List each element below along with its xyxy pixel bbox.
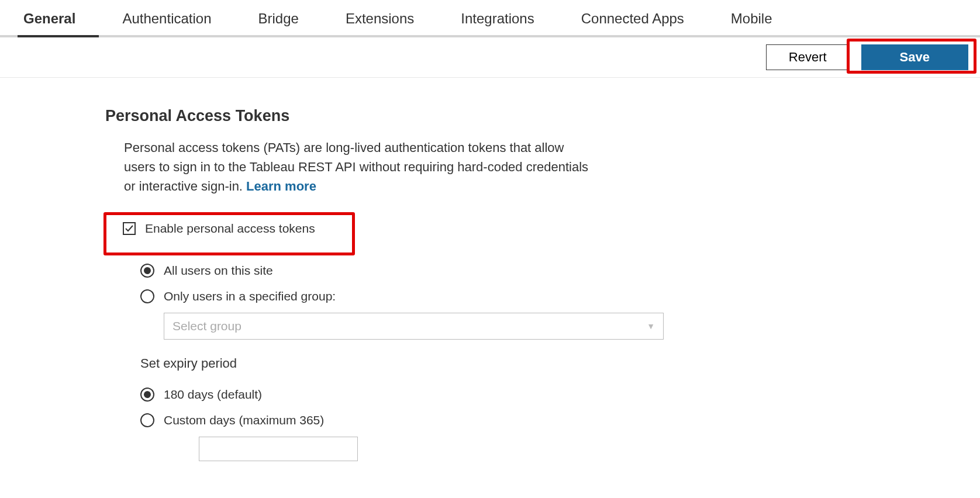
enable-pat-checkbox-row[interactable]: Enable personal access tokens (112, 213, 326, 244)
radio-expiry-default-label: 180 days (default) (164, 388, 262, 402)
radio-group-only[interactable]: Only users in a specified group: (140, 283, 596, 309)
radio-all-users-label: All users on this site (164, 264, 273, 278)
learn-more-link[interactable]: Learn more (246, 179, 316, 193)
expiry-radio-group: 180 days (default) Custom days (maximum … (140, 382, 596, 461)
action-bar: Revert Save (0, 37, 980, 78)
settings-section: Personal Access Tokens Personal access t… (0, 78, 702, 490)
checkbox-icon (123, 222, 136, 235)
chevron-down-icon: ▼ (647, 321, 655, 331)
radio-icon (140, 413, 154, 427)
radio-icon (140, 289, 154, 303)
radio-all-users[interactable]: All users on this site (140, 258, 596, 283)
description-text: Personal access tokens (PATs) are long-l… (124, 140, 588, 193)
tab-mobile[interactable]: Mobile (725, 0, 796, 35)
save-button[interactable]: Save (861, 44, 968, 70)
revert-button[interactable]: Revert (766, 44, 850, 70)
radio-icon (140, 388, 154, 402)
radio-group-only-label: Only users in a specified group: (164, 289, 336, 303)
enable-pat-label: Enable personal access tokens (145, 222, 315, 236)
group-select-placeholder: Select group (172, 319, 241, 333)
radio-icon (140, 264, 154, 278)
section-description: Personal access tokens (PATs) are long-l… (124, 138, 596, 196)
tab-connected-apps[interactable]: Connected Apps (575, 0, 708, 35)
expiry-header: Set expiry period (140, 356, 596, 371)
tab-bar: General Authentication Bridge Extensions… (0, 0, 980, 37)
radio-expiry-custom[interactable]: Custom days (maximum 365) (140, 407, 596, 433)
section-title: Personal Access Tokens (105, 107, 596, 125)
radio-expiry-default[interactable]: 180 days (default) (140, 382, 596, 407)
scope-radio-group: All users on this site Only users in a s… (140, 258, 596, 340)
tab-authentication[interactable]: Authentication (116, 0, 234, 35)
tab-extensions[interactable]: Extensions (340, 0, 437, 35)
custom-days-input[interactable] (199, 437, 358, 461)
tab-integrations[interactable]: Integrations (455, 0, 557, 35)
group-select[interactable]: Select group ▼ (164, 313, 664, 340)
tab-general[interactable]: General (18, 0, 99, 35)
radio-expiry-custom-label: Custom days (maximum 365) (164, 413, 324, 427)
tab-bridge[interactable]: Bridge (253, 0, 322, 35)
